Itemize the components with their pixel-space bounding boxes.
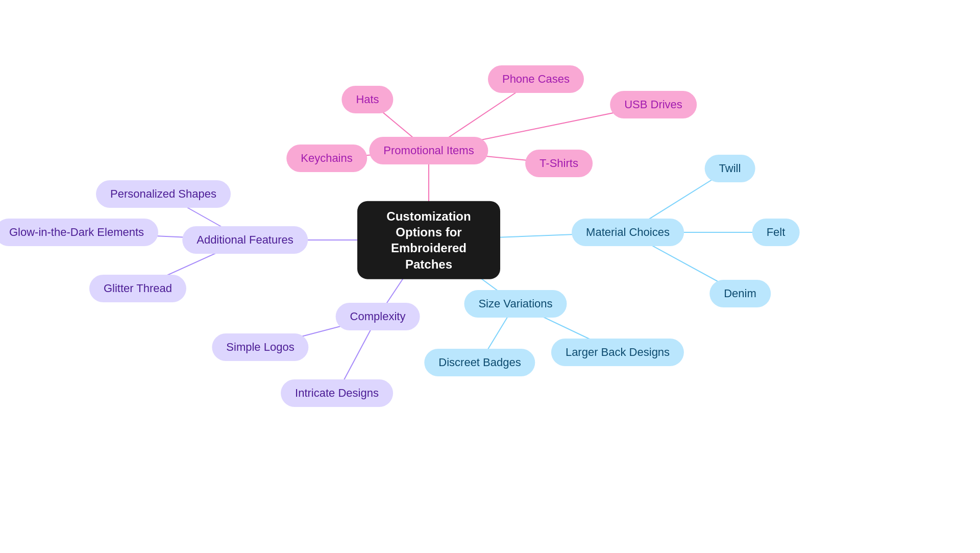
- node-glowInTheDark[interactable]: Glow-in-the-Dark Elements: [0, 219, 158, 246]
- node-intricateDesigns[interactable]: Intricate Designs: [281, 379, 393, 407]
- node-glitterThread[interactable]: Glitter Thread: [89, 275, 186, 302]
- node-additionalFeatures[interactable]: Additional Features: [182, 226, 308, 254]
- node-hats[interactable]: Hats: [341, 86, 393, 113]
- node-felt[interactable]: Felt: [752, 219, 800, 246]
- node-simpleLogos[interactable]: Simple Logos: [212, 333, 308, 361]
- center-node: Customization Options for Embroidered Pa…: [357, 201, 500, 279]
- node-promotionalItems[interactable]: Promotional Items: [369, 137, 488, 164]
- node-phoneCases[interactable]: Phone Cases: [488, 65, 584, 93]
- node-sizeVariations[interactable]: Size Variations: [464, 290, 567, 318]
- node-largerBackDesigns[interactable]: Larger Back Designs: [551, 339, 684, 366]
- node-complexity[interactable]: Complexity: [336, 303, 420, 330]
- node-discreetBadges[interactable]: Discreet Badges: [424, 349, 535, 376]
- node-tShirts[interactable]: T-Shirts: [525, 150, 593, 177]
- node-personalizedShapes[interactable]: Personalized Shapes: [96, 180, 231, 208]
- node-denim[interactable]: Denim: [709, 280, 771, 307]
- node-twill[interactable]: Twill: [705, 155, 755, 182]
- node-materialChoices[interactable]: Material Choices: [572, 219, 684, 246]
- mindmap-canvas: Customization Options for Embroidered Pa…: [0, 0, 980, 553]
- node-usbDrives[interactable]: USB Drives: [610, 91, 697, 118]
- node-keychains[interactable]: Keychains: [286, 145, 367, 172]
